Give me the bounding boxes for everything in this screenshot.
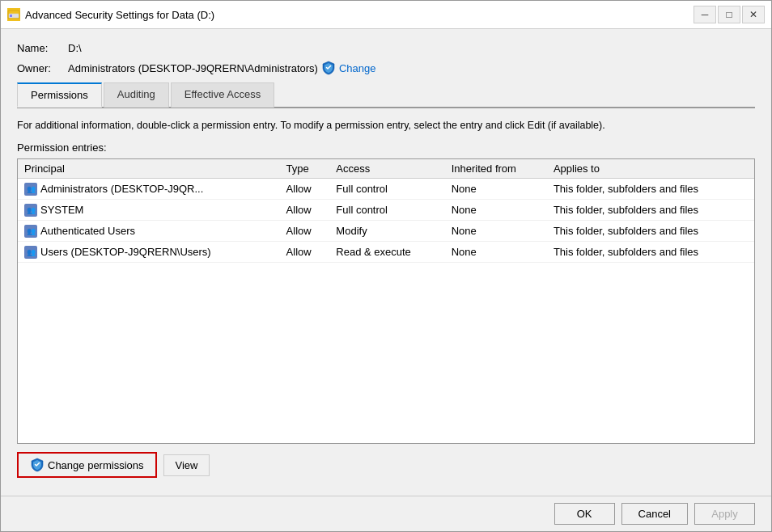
tab-effective-access[interactable]: Effective Access	[171, 82, 274, 108]
cell-access: Modify	[329, 220, 444, 241]
principal-name: Administrators (DESKTOP-J9QR...	[40, 183, 203, 195]
owner-value: Administrators (DESKTOP-J9QRERN\Administ…	[68, 62, 318, 74]
title-bar-controls: ─ □ ✕	[694, 6, 765, 23]
change-permissions-button[interactable]: Change permissions	[17, 452, 157, 478]
tab-permissions[interactable]: Permissions	[17, 82, 102, 108]
cell-access: Read & execute	[329, 241, 444, 262]
col-header-applies: Applies to	[547, 159, 754, 179]
table-row[interactable]: 👥Authenticated UsersAllowModifyNoneThis …	[18, 220, 754, 241]
bottom-buttons-row: Change permissions View	[17, 444, 755, 483]
maximize-button[interactable]: □	[718, 6, 740, 23]
content-area: Name: D:\ Owner: Administrators (DESKTOP…	[1, 29, 771, 496]
view-button[interactable]: View	[163, 454, 210, 476]
cell-type: Allow	[280, 178, 330, 199]
cell-principal: 👥SYSTEM	[18, 199, 280, 220]
cell-principal: 👥Users (DESKTOP-J9QRERN\Users)	[18, 241, 280, 262]
name-label: Name:	[17, 42, 62, 54]
ok-button[interactable]: OK	[554, 503, 615, 525]
close-button[interactable]: ✕	[742, 6, 765, 23]
col-header-type: Type	[280, 159, 330, 179]
cancel-button[interactable]: Cancel	[621, 503, 688, 525]
cell-inherited-from: None	[445, 178, 547, 199]
principal-name: Users (DESKTOP-J9QRERN\Users)	[40, 246, 211, 258]
apply-button[interactable]: Apply	[694, 503, 755, 525]
cell-access: Full control	[329, 178, 444, 199]
cell-access: Full control	[329, 199, 444, 220]
cell-applies-to: This folder, subfolders and files	[547, 220, 754, 241]
info-text: For additional information, double-click…	[17, 118, 755, 133]
window-icon	[7, 8, 20, 21]
principal-name: Authenticated Users	[40, 225, 135, 237]
permissions-table-container[interactable]: Principal Type Access Inherited from App…	[17, 158, 755, 444]
minimize-button[interactable]: ─	[694, 6, 716, 23]
cell-inherited-from: None	[445, 241, 547, 262]
user-icon: 👥	[24, 225, 37, 238]
tab-bar: Permissions Auditing Effective Access	[17, 82, 755, 108]
footer: OK Cancel Apply	[1, 496, 771, 531]
cell-applies-to: This folder, subfolders and files	[547, 241, 754, 262]
title-bar: Advanced Security Settings for Data (D:)…	[1, 1, 771, 29]
table-row[interactable]: 👥Administrators (DESKTOP-J9QR...AllowFul…	[18, 178, 754, 199]
cell-type: Allow	[280, 241, 330, 262]
table-row[interactable]: 👥SYSTEMAllowFull controlNoneThis folder,…	[18, 199, 754, 220]
owner-field-row: Owner: Administrators (DESKTOP-J9QRERN\A…	[17, 61, 755, 75]
user-icon: 👥	[24, 183, 37, 196]
user-icon: 👥	[24, 204, 37, 217]
section-label: Permission entries:	[17, 141, 755, 154]
owner-row: Administrators (DESKTOP-J9QRERN\Administ…	[68, 61, 375, 75]
change-perms-shield-icon	[30, 458, 45, 472]
cell-principal: 👥Authenticated Users	[18, 220, 280, 241]
change-owner-link[interactable]: Change	[339, 62, 376, 74]
cell-inherited-from: None	[445, 220, 547, 241]
cell-inherited-from: None	[445, 199, 547, 220]
cell-applies-to: This folder, subfolders and files	[547, 199, 754, 220]
col-header-principal: Principal	[18, 159, 280, 179]
principal-name: SYSTEM	[40, 204, 83, 216]
permissions-table: Principal Type Access Inherited from App…	[18, 159, 754, 263]
change-permissions-label: Change permissions	[48, 459, 144, 471]
user-icon: 👥	[24, 246, 37, 259]
svg-rect-2	[10, 15, 12, 17]
owner-label: Owner:	[17, 62, 62, 74]
name-value: D:\	[68, 42, 82, 54]
shield-icon	[321, 61, 336, 75]
name-field-row: Name: D:\	[17, 42, 755, 54]
col-header-access: Access	[329, 159, 444, 179]
table-row[interactable]: 👥Users (DESKTOP-J9QRERN\Users)AllowRead …	[18, 241, 754, 262]
cell-type: Allow	[280, 199, 330, 220]
tab-auditing[interactable]: Auditing	[104, 82, 169, 108]
cell-type: Allow	[280, 220, 330, 241]
cell-applies-to: This folder, subfolders and files	[547, 178, 754, 199]
window-title: Advanced Security Settings for Data (D:)	[25, 9, 689, 21]
col-header-inherited: Inherited from	[445, 159, 547, 179]
main-window: Advanced Security Settings for Data (D:)…	[0, 0, 772, 532]
cell-principal: 👥Administrators (DESKTOP-J9QR...	[18, 178, 280, 199]
